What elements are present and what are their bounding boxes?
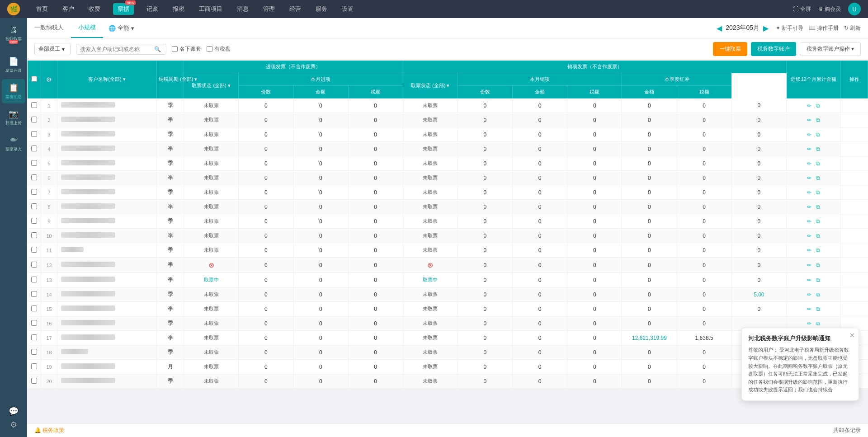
row-client-name[interactable] bbox=[57, 200, 157, 214]
sidebar-item-invoice-issue[interactable]: 📄 发票开具 bbox=[2, 53, 25, 77]
copy-icon[interactable]: ⧉ bbox=[816, 233, 820, 239]
row-checkbox-cell[interactable] bbox=[28, 214, 41, 229]
search-icon[interactable]: 🔍 bbox=[154, 46, 161, 52]
th-tax-period[interactable]: 纳税周期 (全部) ▾ bbox=[157, 61, 184, 99]
row-checkbox[interactable] bbox=[31, 218, 37, 224]
one-click-button[interactable]: 一键取票 bbox=[713, 42, 747, 56]
sidebar-item-smart-invoice[interactable]: 🖨 智能取票 new bbox=[2, 22, 25, 51]
row-checkbox[interactable] bbox=[31, 320, 37, 326]
employee-filter[interactable]: 全部员工 ▾ bbox=[34, 43, 71, 55]
copy-icon[interactable]: ⧉ bbox=[816, 204, 820, 210]
tab-all-capable[interactable]: 🌐 全能 ▾ bbox=[103, 18, 140, 38]
copy-icon[interactable]: ⧉ bbox=[816, 306, 820, 312]
row-client-name[interactable] bbox=[57, 229, 157, 243]
copy-icon[interactable]: ⧉ bbox=[816, 103, 820, 109]
row-client-name[interactable] bbox=[57, 113, 157, 127]
nav-manage[interactable]: 管理 bbox=[261, 5, 277, 13]
refresh-button[interactable]: ↻ 刷新 bbox=[844, 24, 861, 32]
member-button[interactable]: ♛ 购会员 bbox=[818, 5, 841, 13]
row-checkbox[interactable] bbox=[31, 203, 37, 209]
copy-icon[interactable]: ⧉ bbox=[816, 146, 820, 152]
row-checkbox[interactable] bbox=[31, 160, 37, 166]
sub-account-filter[interactable]: 名下账套 bbox=[172, 45, 201, 53]
row-client-name[interactable] bbox=[57, 171, 157, 185]
nav-service[interactable]: 服务 bbox=[314, 5, 329, 13]
period-prev-button[interactable]: ◀ bbox=[717, 24, 722, 33]
sub-account-checkbox[interactable] bbox=[172, 46, 178, 52]
has-tax-disk-checkbox[interactable] bbox=[207, 46, 212, 52]
edit-icon[interactable]: ✏ bbox=[807, 189, 811, 196]
edit-icon[interactable]: ✏ bbox=[807, 132, 811, 138]
manual-button[interactable]: 📖 操作手册 bbox=[809, 24, 839, 32]
row-checkbox[interactable] bbox=[31, 247, 37, 253]
row-client-name[interactable] bbox=[57, 345, 157, 360]
copy-icon[interactable]: ⧉ bbox=[816, 160, 820, 167]
sidebar-item-scan-upload[interactable]: 📷 扫描上传 bbox=[2, 105, 25, 130]
edit-icon[interactable]: ✏ bbox=[807, 160, 811, 167]
row-checkbox[interactable] bbox=[31, 117, 37, 122]
row-client-name[interactable] bbox=[57, 214, 157, 229]
row-client-name[interactable] bbox=[57, 142, 157, 156]
th-client-name[interactable]: 客户名称(全部) ▾ bbox=[57, 61, 157, 99]
user-avatar[interactable]: U bbox=[848, 3, 861, 15]
copy-icon[interactable]: ⧉ bbox=[816, 132, 820, 138]
settings-icon[interactable]: ⚙ bbox=[10, 420, 17, 430]
search-input[interactable] bbox=[80, 46, 152, 52]
copy-icon[interactable]: ⧉ bbox=[816, 320, 820, 327]
row-checkbox-cell[interactable] bbox=[28, 156, 41, 171]
row-checkbox-cell[interactable] bbox=[28, 287, 41, 302]
row-checkbox-cell[interactable] bbox=[28, 258, 41, 273]
row-checkbox-cell[interactable] bbox=[28, 316, 41, 331]
nav-message[interactable]: 消息 bbox=[235, 5, 250, 13]
notification-close-button[interactable]: ✕ bbox=[849, 332, 855, 339]
row-checkbox-cell[interactable] bbox=[28, 99, 41, 113]
edit-icon[interactable]: ✏ bbox=[807, 320, 811, 327]
row-checkbox-cell[interactable] bbox=[28, 243, 41, 258]
copy-icon[interactable]: ⧉ bbox=[816, 291, 820, 298]
row-checkbox-cell[interactable] bbox=[28, 113, 41, 127]
edit-icon[interactable]: ✏ bbox=[807, 306, 811, 312]
row-client-name[interactable] bbox=[57, 302, 157, 316]
row-checkbox-cell[interactable] bbox=[28, 127, 41, 142]
edit-icon[interactable]: ✏ bbox=[807, 247, 811, 254]
th-select-all[interactable] bbox=[28, 61, 41, 99]
row-checkbox-cell[interactable] bbox=[28, 345, 41, 360]
has-tax-disk-filter[interactable]: 有税盘 bbox=[207, 45, 231, 53]
row-checkbox[interactable] bbox=[31, 334, 37, 340]
row-client-name[interactable] bbox=[57, 287, 157, 302]
row-checkbox[interactable] bbox=[31, 232, 37, 238]
row-checkbox-cell[interactable] bbox=[28, 302, 41, 316]
row-client-name[interactable] bbox=[57, 316, 157, 331]
edit-icon[interactable]: ✏ bbox=[807, 233, 811, 239]
new-guide-button[interactable]: ✦ 新手引导 bbox=[776, 24, 803, 32]
row-checkbox-cell[interactable] bbox=[28, 360, 41, 374]
row-client-name[interactable] bbox=[57, 127, 157, 142]
row-client-name[interactable] bbox=[57, 374, 157, 389]
copy-icon[interactable]: ⧉ bbox=[816, 175, 820, 181]
row-client-name[interactable] bbox=[57, 258, 157, 273]
nav-invoice[interactable]: 票据 new bbox=[113, 3, 134, 15]
tax-policy-link[interactable]: 🔔 税务政策 bbox=[34, 427, 64, 434]
copy-icon[interactable]: ⧉ bbox=[816, 247, 820, 254]
edit-icon[interactable]: ✏ bbox=[807, 291, 811, 298]
row-client-name[interactable] bbox=[57, 331, 157, 345]
row-client-name[interactable] bbox=[57, 243, 157, 258]
tab-general-taxpayer[interactable]: 一般纳税人 bbox=[27, 18, 71, 38]
copy-icon[interactable]: ⧉ bbox=[816, 262, 820, 268]
nav-operation[interactable]: 经营 bbox=[288, 5, 303, 13]
row-checkbox[interactable] bbox=[31, 378, 37, 384]
row-checkbox[interactable] bbox=[31, 174, 37, 180]
copy-icon[interactable]: ⧉ bbox=[816, 218, 820, 225]
edit-icon[interactable]: ✏ bbox=[807, 218, 811, 225]
edit-icon[interactable]: ✏ bbox=[807, 117, 811, 123]
row-checkbox[interactable] bbox=[31, 102, 37, 108]
row-client-name[interactable] bbox=[57, 185, 157, 200]
row-checkbox[interactable] bbox=[31, 277, 37, 282]
fullscreen-button[interactable]: ⛶ 全屏 bbox=[793, 5, 811, 13]
row-checkbox[interactable] bbox=[31, 291, 37, 297]
row-checkbox-cell[interactable] bbox=[28, 185, 41, 200]
row-checkbox[interactable] bbox=[31, 305, 37, 311]
chat-icon[interactable]: 💬 bbox=[9, 406, 19, 416]
copy-icon[interactable]: ⧉ bbox=[816, 117, 820, 123]
row-checkbox-cell[interactable] bbox=[28, 273, 41, 287]
